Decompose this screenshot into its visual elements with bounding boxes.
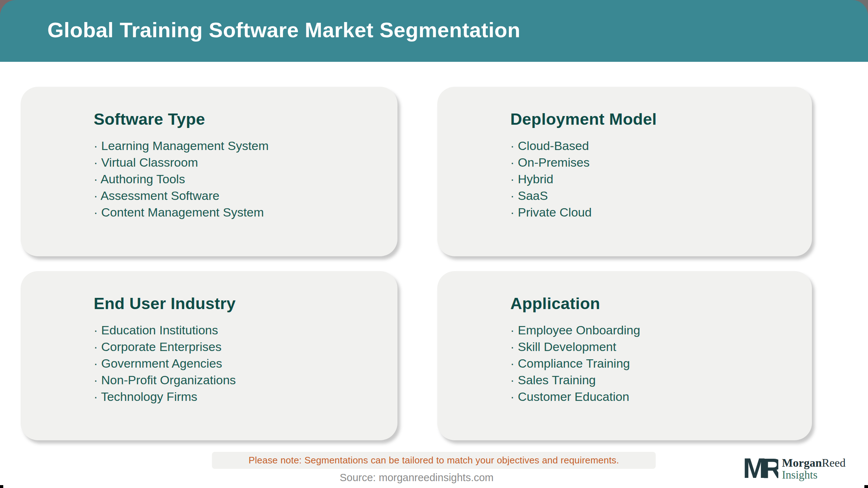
card-item-list: Learning Management System Virtual Class… bbox=[94, 137, 383, 221]
list-item: Private Cloud bbox=[510, 204, 797, 221]
bottom-left-artifact bbox=[0, 485, 3, 488]
list-item: Employee Onboarding bbox=[510, 322, 797, 338]
logo-wordmark: MorganReed Insights bbox=[782, 457, 846, 480]
list-item: Compliance Training bbox=[510, 355, 797, 372]
list-item: Virtual Classroom bbox=[94, 154, 383, 171]
list-item: Cloud-Based bbox=[510, 137, 797, 154]
list-item: Hybrid bbox=[510, 171, 797, 187]
card-title: End User Industry bbox=[94, 294, 383, 313]
note-text: Please note: Segmentations can be tailor… bbox=[248, 455, 619, 466]
note-banner: Please note: Segmentations can be tailor… bbox=[212, 452, 656, 469]
card-item-list: Education Institutions Corporate Enterpr… bbox=[94, 322, 383, 405]
source-text: Source: morganreedinsights.com bbox=[0, 472, 851, 484]
card-item-list: Cloud-Based On-Premises Hybrid SaaS Priv… bbox=[510, 137, 797, 221]
card-software-type: Software Type Learning Management System… bbox=[21, 87, 397, 256]
list-item: Corporate Enterprises bbox=[94, 338, 383, 355]
mr-monogram-icon: MR bbox=[744, 456, 778, 481]
list-item: On-Premises bbox=[510, 154, 797, 171]
header-bar: Global Training Software Market Segmenta… bbox=[0, 0, 868, 62]
logo-subtitle: Insights bbox=[782, 469, 846, 480]
card-item-list: Employee Onboarding Skill Development Co… bbox=[510, 322, 797, 405]
list-item: Customer Education bbox=[510, 388, 797, 405]
slide: Global Training Software Market Segmenta… bbox=[0, 0, 868, 488]
list-item: Skill Development bbox=[510, 338, 797, 355]
list-item: Assessment Software bbox=[94, 187, 383, 204]
list-item: Learning Management System bbox=[94, 137, 383, 154]
card-title: Software Type bbox=[94, 110, 383, 129]
logo-name-regular: Reed bbox=[822, 456, 846, 469]
list-item: Content Management System bbox=[94, 204, 383, 221]
page-title: Global Training Software Market Segmenta… bbox=[0, 18, 520, 44]
card-deployment-model: Deployment Model Cloud-Based On-Premises… bbox=[437, 87, 812, 256]
list-item: Authoring Tools bbox=[94, 171, 383, 187]
card-title: Deployment Model bbox=[510, 110, 797, 129]
list-item: Government Agencies bbox=[94, 355, 383, 372]
list-item: Sales Training bbox=[510, 372, 797, 388]
list-item: SaaS bbox=[510, 187, 797, 204]
list-item: Technology Firms bbox=[94, 388, 383, 405]
logo-name-bold: Morgan bbox=[782, 456, 822, 469]
list-item: Non-Profit Organizations bbox=[94, 372, 383, 388]
svg-text:MR: MR bbox=[744, 456, 778, 481]
bottom-right-artifact bbox=[864, 485, 868, 488]
logo-company-name: MorganReed bbox=[782, 457, 846, 468]
list-item: Education Institutions bbox=[94, 322, 383, 338]
card-end-user-industry: End User Industry Education Institutions… bbox=[21, 271, 397, 440]
segmentation-grid: Software Type Learning Management System… bbox=[21, 87, 812, 440]
morganreed-logo: MR MorganReed Insights bbox=[744, 456, 846, 481]
card-title: Application bbox=[510, 294, 797, 313]
card-application: Application Employee Onboarding Skill De… bbox=[437, 271, 812, 440]
